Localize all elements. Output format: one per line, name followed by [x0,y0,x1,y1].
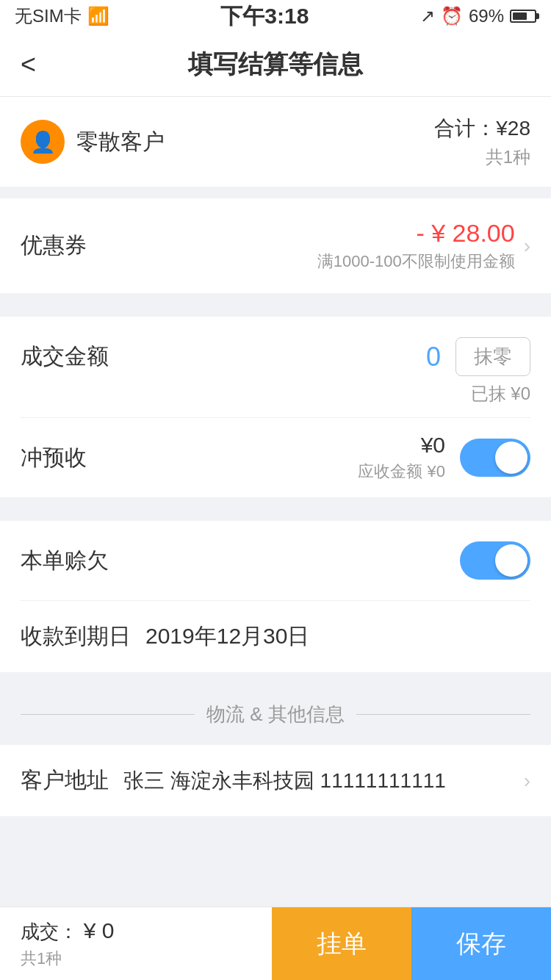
address-section: 客户地址 张三 海淀永丰科技园 11111111111 › [0,745,551,816]
transaction-amount-row: 成交金额 0 抹零 [0,317,551,382]
customer-totals: 合计：¥28 共1种 [434,115,530,169]
total-count: 共1种 [434,145,530,169]
save-button[interactable]: 保存 [411,907,551,980]
coupon-desc: 满1000-100不限制使用金额 [317,251,515,273]
section-gap-2 [0,509,551,521]
customer-name: 零散客户 [76,127,165,157]
chevron-right-icon: › [524,234,530,258]
bottom-summary: 成交： ¥ 0 共1种 [0,918,272,970]
transaction-value: 0 [426,342,441,372]
bottom-bar: 成交： ¥ 0 共1种 挂单 保存 [0,907,551,980]
customer-section: 👤 零散客户 合计：¥28 共1种 [0,97,551,187]
duedate-value: 2019年12月30日 [145,621,309,652]
advance-sub-amount: 应收金额 ¥0 [358,461,445,483]
customer-row: 👤 零散客户 合计：¥28 共1种 [0,97,551,187]
credit-section: 本单赊欠 收款到期日 2019年12月30日 [0,521,551,672]
logistics-header: 物流 & 其他信息 [0,684,551,745]
bottom-actions: 挂单 保存 [272,907,551,980]
advance-amounts: ¥0 应收金额 ¥0 [358,433,445,483]
duedate-label: 收款到期日 [21,621,131,652]
duedate-row: 收款到期日 2019年12月30日 [0,601,551,672]
coupon-section: 优惠券 - ¥ 28.00 满1000-100不限制使用金额 › [0,198,551,293]
advance-toggle[interactable] [460,439,530,477]
credit-toggle-knob [495,544,527,577]
customer-left: 👤 零散客户 [21,120,165,164]
alarm-icon: ⏰ [441,6,463,26]
advance-row: 冲预收 ¥0 应收金额 ¥0 [0,418,551,497]
transaction-section: 成交金额 0 抹零 已抹 ¥0 冲预收 ¥0 应收金额 ¥0 [0,317,551,497]
back-button[interactable]: < [21,49,36,80]
status-left: 无SIM卡 📶 [15,4,109,28]
total-label: 合计：¥28 [434,115,530,143]
bottom-count: 共1种 [21,948,251,970]
carrier-label: 无SIM卡 [15,4,82,28]
advance-toggle-knob [495,442,527,474]
address-value: 张三 海淀永丰科技园 11111111111 [123,767,524,795]
location-icon: ↗ [420,6,435,26]
avatar-icon: 👤 [30,130,56,154]
bottom-deal-line: 成交： ¥ 0 [21,918,251,945]
battery-percent: 69% [469,6,504,26]
coupon-value-block: - ¥ 28.00 满1000-100不限制使用金额 [317,219,515,273]
pending-button[interactable]: 挂单 [272,907,411,980]
nav-bar: < 填写结算等信息 [0,32,551,97]
coupon-amount: - ¥ 28.00 [317,219,515,248]
bottom-deal-amount: ¥ 0 [84,918,115,943]
address-row[interactable]: 客户地址 张三 海淀永丰科技园 11111111111 › [0,745,551,816]
coupon-row[interactable]: 优惠券 - ¥ 28.00 满1000-100不限制使用金额 › [0,198,551,293]
advance-label: 冲预收 [21,443,87,473]
bottom-deal-label: 成交： [21,920,78,943]
page-title: 填写结算等信息 [188,48,363,82]
coupon-right: - ¥ 28.00 满1000-100不限制使用金额 › [317,219,530,273]
main-content: 👤 零散客户 合计：¥28 共1种 优惠券 - ¥ 28.00 满1000-10… [0,97,551,916]
address-chevron-icon: › [524,769,530,793]
status-right: ↗ ⏰ 69% [420,6,536,26]
already-rounded-text: 已抹 ¥0 [0,382,551,417]
status-bar: 无SIM卡 📶 下午3:18 ↗ ⏰ 69% [0,0,551,32]
address-label: 客户地址 [21,765,109,796]
battery-icon [510,10,536,23]
advance-main-amount: ¥0 [358,433,445,458]
advance-right: ¥0 应收金额 ¥0 [358,433,530,483]
section-gap-1 [0,305,551,317]
credit-toggle[interactable] [460,541,530,580]
coupon-label: 优惠券 [21,231,87,261]
transaction-right: 0 抹零 [426,337,530,376]
round-button[interactable]: 抹零 [455,337,530,376]
avatar: 👤 [21,120,65,164]
status-time: 下午3:18 [220,1,309,32]
credit-label: 本单赊欠 [21,546,109,576]
logistics-label: 物流 & 其他信息 [206,702,345,727]
wifi-icon: 📶 [87,6,109,26]
transaction-label: 成交金额 [21,342,109,372]
credit-row: 本单赊欠 [0,521,551,600]
